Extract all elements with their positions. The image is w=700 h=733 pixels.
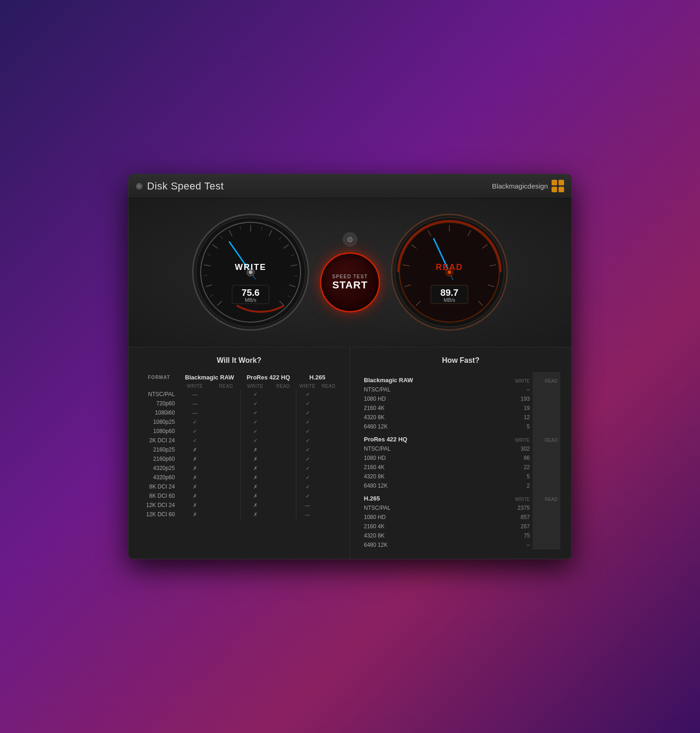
prores-read-cell bbox=[270, 417, 296, 427]
read-val bbox=[533, 531, 560, 540]
row-label: NTSC/PAL bbox=[361, 444, 486, 453]
write-val: – bbox=[486, 540, 533, 550]
write-val: 5 bbox=[486, 422, 533, 431]
h265-read-cell bbox=[319, 454, 338, 464]
h265-read-cell bbox=[319, 473, 338, 482]
row-label: NTSC/PAL bbox=[361, 503, 486, 513]
row-label: NTSC/PAL bbox=[361, 385, 486, 394]
how-fast-row: 6480 12K 5 bbox=[361, 422, 560, 431]
prores-write-cell: ✗ bbox=[240, 482, 270, 491]
braw-read-header: READ bbox=[211, 383, 240, 390]
braw-read-cell bbox=[211, 436, 240, 445]
prores-read-header: READ bbox=[270, 383, 296, 390]
brand-name: Blackmagicdesign bbox=[492, 182, 548, 190]
row-label: 1080 HD bbox=[361, 394, 486, 403]
table-row: 8K DCI 60 ✗ ✗ ✓ bbox=[140, 491, 338, 501]
svg-text:MB/s: MB/s bbox=[443, 297, 455, 303]
read-val bbox=[533, 522, 560, 531]
braw-read-cell bbox=[211, 482, 240, 491]
brand-icon-sq-3 bbox=[552, 187, 557, 192]
table-row: 8K DCI 24 ✗ ✗ ✓ bbox=[140, 482, 338, 491]
how-fast-table: Blackmagic RAW WRITE READ NTSC/PAL – 108… bbox=[361, 372, 560, 550]
braw-read-cell bbox=[211, 464, 240, 473]
section-header-row: ProRes 422 HQ WRITE READ bbox=[361, 431, 560, 444]
prores-write-cell: ✓ bbox=[240, 427, 270, 436]
read-gauge: 89.7 MB/s READ bbox=[389, 212, 510, 332]
row-label: 4320 8K bbox=[361, 472, 486, 481]
table-row: 1080p25 ✓ ✓ ✓ bbox=[140, 417, 338, 427]
start-button[interactable]: SPEED TEST START bbox=[320, 252, 380, 312]
read-col-header: READ bbox=[533, 372, 560, 385]
prores-read-cell bbox=[270, 454, 296, 464]
prores-write-header: WRITE bbox=[240, 383, 270, 390]
read-val bbox=[533, 472, 560, 481]
write-val: 2375 bbox=[486, 503, 533, 513]
format-cell: 1080p25 bbox=[140, 417, 178, 427]
prores-read-cell bbox=[270, 501, 296, 510]
row-label: 4320 8K bbox=[361, 413, 486, 422]
prores-read-cell bbox=[270, 491, 296, 501]
how-fast-row: 2160 4K 22 bbox=[361, 463, 560, 472]
row-label: 6480 12K bbox=[361, 540, 486, 550]
h265-read-cell bbox=[319, 501, 338, 510]
close-button[interactable]: ✕ bbox=[136, 183, 142, 189]
prores-write-cell: ✗ bbox=[240, 501, 270, 510]
prores-read-cell bbox=[270, 510, 296, 519]
braw-write-cell: ✗ bbox=[178, 454, 211, 464]
read-col-header: READ bbox=[533, 490, 560, 503]
h265-write-cell: ✓ bbox=[296, 473, 319, 482]
prores-read-cell bbox=[270, 408, 296, 417]
braw-write-cell: ✗ bbox=[178, 445, 211, 454]
prores-write-cell: ✗ bbox=[240, 473, 270, 482]
h265-write-cell: ✓ bbox=[296, 436, 319, 445]
h265-read-cell bbox=[319, 399, 338, 408]
speed-test-label: SPEED TEST bbox=[332, 274, 368, 279]
row-label: 1080 HD bbox=[361, 513, 486, 522]
format-cell: 8K DCI 60 bbox=[140, 491, 178, 501]
row-label: 2160 4K bbox=[361, 403, 486, 413]
app-title: Disk Speed Test bbox=[147, 180, 224, 192]
row-label: 2160 4K bbox=[361, 463, 486, 472]
braw-write-cell: ✓ bbox=[178, 417, 211, 427]
format-cell: NTSC/PAL bbox=[140, 390, 178, 399]
format-cell: 12K DCI 24 bbox=[140, 501, 178, 510]
h265-write-cell: ✓ bbox=[296, 390, 319, 399]
write-val: 86 bbox=[486, 453, 533, 463]
prores-read-cell bbox=[270, 445, 296, 454]
section-name: Blackmagic RAW bbox=[361, 372, 486, 385]
prores-write-cell: ✓ bbox=[240, 408, 270, 417]
h265-write-cell: ✓ bbox=[296, 454, 319, 464]
format-cell: 12K DCI 60 bbox=[140, 510, 178, 519]
how-fast-row: NTSC/PAL – bbox=[361, 385, 560, 394]
braw-read-cell bbox=[211, 417, 240, 427]
format-cell: 4320p60 bbox=[140, 473, 178, 482]
row-label: 1080 HD bbox=[361, 453, 486, 463]
braw-read-cell bbox=[211, 408, 240, 417]
h265-read-header: READ bbox=[319, 383, 338, 390]
how-fast-row: 4320 8K 12 bbox=[361, 413, 560, 422]
section-header-row: H.265 WRITE READ bbox=[361, 490, 560, 503]
h265-read-cell bbox=[319, 482, 338, 491]
write-col-header: WRITE bbox=[486, 490, 533, 503]
table-row: 1080p60 ✓ ✓ ✓ bbox=[140, 427, 338, 436]
write-val: 75 bbox=[486, 531, 533, 540]
write-val: 2 bbox=[486, 481, 533, 490]
h265-write-cell: — bbox=[296, 501, 319, 510]
braw-write-cell: — bbox=[178, 408, 211, 417]
table-row: 2K DCI 24 ✓ ✓ ✓ bbox=[140, 436, 338, 445]
write-val: 22 bbox=[486, 463, 533, 472]
prores-write-cell: ✗ bbox=[240, 445, 270, 454]
write-gauge: 75.6 MB/s WRITE bbox=[190, 212, 311, 332]
write-val: 193 bbox=[486, 394, 533, 403]
prores-read-cell bbox=[270, 464, 296, 473]
h265-header: H.265 bbox=[296, 372, 338, 383]
prores-write-cell: ✗ bbox=[240, 464, 270, 473]
settings-icon[interactable]: ⚙ bbox=[343, 232, 357, 247]
braw-write-cell: — bbox=[178, 399, 211, 408]
prores-read-cell bbox=[270, 390, 296, 399]
write-col-header: WRITE bbox=[486, 372, 533, 385]
h265-read-cell bbox=[319, 464, 338, 473]
read-val bbox=[533, 385, 560, 394]
braw-read-cell bbox=[211, 445, 240, 454]
read-val bbox=[533, 413, 560, 422]
